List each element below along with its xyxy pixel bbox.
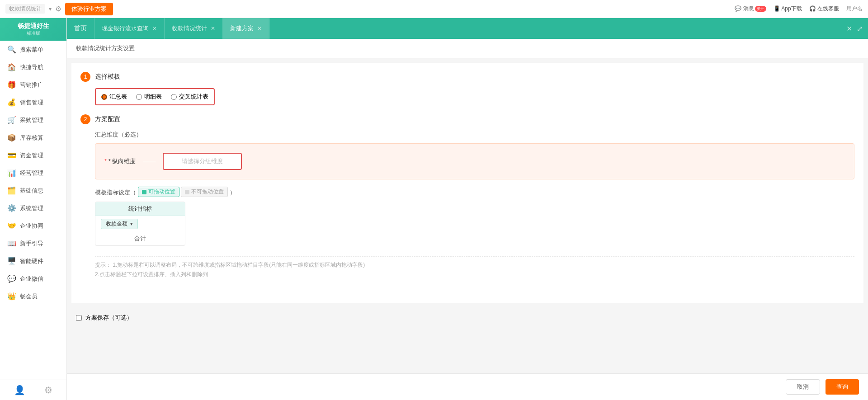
settings-icon: ⚙️ bbox=[7, 204, 16, 212]
metric-config-header: 模板指标设定（ 可拖动位置 不可拖动位置 bbox=[95, 187, 854, 197]
hint-area: 提示： 1.拖动标题栏可以调整布局，不可跨维度或指标区域拖动栏目字段(只能在同一… bbox=[95, 256, 854, 285]
search-icon: 🔍 bbox=[7, 45, 16, 54]
crown-icon: 👑 bbox=[7, 292, 16, 301]
notice-badge: 99+ bbox=[755, 6, 766, 12]
sidebar-bottom: 👤 ⚙ bbox=[0, 380, 66, 400]
metric-cell: 收款金额 ▾ bbox=[95, 216, 185, 232]
cart-icon: 🛒 bbox=[7, 116, 16, 124]
metric-dropdown-icon[interactable]: ▾ bbox=[130, 221, 133, 227]
sidebar-item-quick-nav[interactable]: 🏠 快捷导航 bbox=[0, 58, 66, 76]
page-content: 收款情况统计方案设置 1 选择模板 汇总表 bbox=[67, 39, 868, 373]
sidebar-item-wechat[interactable]: 💬 企业微信 bbox=[0, 270, 66, 287]
dimension-label: 汇总维度（必选） bbox=[95, 131, 854, 139]
dimension-placeholder[interactable]: 请选择分组维度 bbox=[163, 153, 242, 170]
sidebar-item-search-menu[interactable]: 🔍 搜索菜单 bbox=[0, 41, 66, 58]
tab-collection-stat[interactable]: 收款情况统计 ✕ bbox=[165, 18, 223, 39]
tab-bank-flow[interactable]: 现金银行流水查询 ✕ bbox=[94, 18, 165, 39]
metric-tag[interactable]: 收款金额 ▾ bbox=[101, 219, 138, 229]
sidebar-item-marketing[interactable]: 🎁 营销推广 bbox=[0, 76, 66, 94]
trial-button[interactable]: 体验行业方案 bbox=[65, 3, 113, 15]
dimension-row: * * 纵向维度 —— 请选择分组维度 bbox=[104, 153, 845, 170]
sidebar-item-system[interactable]: ⚙️ 系统管理 bbox=[0, 199, 66, 217]
sidebar-label: 系统管理 bbox=[20, 204, 43, 212]
notice-button[interactable]: 💬 消息99+ bbox=[735, 5, 766, 13]
step1-badge: 1 bbox=[80, 72, 90, 82]
draggable-badge: 可拖动位置 bbox=[138, 187, 179, 197]
card-icon: 💳 bbox=[7, 151, 16, 160]
logo-text: 畅捷通好生 bbox=[18, 22, 49, 30]
metric-sub-row: 合计 bbox=[95, 232, 185, 245]
tab-home[interactable]: 首页 bbox=[67, 18, 94, 39]
tab-collection-stat-close[interactable]: ✕ bbox=[211, 25, 215, 32]
radio-summary[interactable]: 汇总表 bbox=[101, 93, 127, 101]
radio-cross[interactable]: 交叉统计表 bbox=[171, 93, 208, 101]
hint-line-1: 提示： 1.拖动标题栏可以调整布局，不可跨维度或指标区域拖动栏目字段(只能在同一… bbox=[95, 261, 854, 269]
tab-bank-flow-close[interactable]: ✕ bbox=[152, 25, 157, 32]
monitor-icon: 🖥️ bbox=[7, 257, 16, 265]
sidebar-item-finance[interactable]: 💳 资金管理 bbox=[0, 146, 66, 164]
top-bar: 收款情况统计 ▾ ⚙ 体验行业方案 💬 消息99+ 📱 App下载 🎧 在线客服… bbox=[0, 0, 868, 18]
sidebar-label: 销售管理 bbox=[20, 99, 43, 107]
save-checkbox[interactable] bbox=[76, 315, 82, 321]
sidebar-label: 资金管理 bbox=[20, 151, 43, 160]
sidebar-label: 营销推广 bbox=[20, 81, 43, 89]
money-icon: 💰 bbox=[7, 98, 16, 107]
tab-bar: 首页 现金银行流水查询 ✕ 收款情况统计 ✕ 新建方案 ✕ ✕ ⤢ bbox=[67, 18, 868, 39]
tab-home-label: 首页 bbox=[74, 24, 87, 33]
gear-icon[interactable]: ⚙ bbox=[55, 5, 61, 13]
sidebar-item-inventory[interactable]: 📦 库存核算 bbox=[0, 129, 66, 146]
sidebar-item-guide[interactable]: 📖 新手引导 bbox=[0, 235, 66, 252]
top-bar-right: 💬 消息99+ 📱 App下载 🎧 在线客服 用户名 bbox=[735, 5, 863, 13]
sidebar-item-operations[interactable]: 📊 经营管理 bbox=[0, 164, 66, 182]
sidebar-label: 采购管理 bbox=[20, 116, 43, 124]
step2-content: 汇总维度（必选） * * 纵向维度 —— 请选择分组维度 bbox=[95, 131, 854, 285]
settings-bottom-icon[interactable]: ⚙ bbox=[44, 385, 52, 395]
radio-cross-label: 交叉统计表 bbox=[179, 93, 208, 101]
sidebar-label: 新手引导 bbox=[20, 240, 43, 248]
radio-summary-input[interactable] bbox=[101, 94, 107, 100]
query-button[interactable]: 查询 bbox=[826, 379, 859, 395]
tab-expand-icon[interactable]: ⤢ bbox=[857, 24, 863, 33]
tab-close-all-icon[interactable]: ✕ bbox=[846, 24, 852, 33]
sidebar-item-basic-info[interactable]: 🗂️ 基础信息 bbox=[0, 182, 66, 199]
cancel-button[interactable]: 取消 bbox=[786, 379, 820, 395]
sidebar-item-purchase[interactable]: 🛒 采购管理 bbox=[0, 111, 66, 129]
step1-header: 1 选择模板 bbox=[80, 72, 854, 82]
chart-icon: 📊 bbox=[7, 169, 16, 177]
tab-new-plan-close[interactable]: ✕ bbox=[257, 25, 262, 32]
sidebar-label: 库存核算 bbox=[20, 134, 43, 142]
download-button[interactable]: 📱 App下载 bbox=[774, 5, 802, 13]
home-icon: 🏠 bbox=[7, 63, 16, 71]
metric-tag-label: 收款金额 bbox=[106, 220, 127, 228]
sidebar-item-cooperation[interactable]: 🤝 企业协同 bbox=[0, 217, 66, 235]
step2-section: 2 方案配置 汇总维度（必选） * * 纵向维度 —— bbox=[80, 114, 854, 285]
sidebar: 畅捷通好生 标准版 🔍 搜索菜单 🏠 快捷导航 🎁 营销推广 💰 销售管理 🛒 … bbox=[0, 18, 67, 400]
non-draggable-badge: 不可拖动位置 bbox=[181, 187, 228, 197]
sidebar-item-sales[interactable]: 💰 销售管理 bbox=[0, 94, 66, 111]
radio-detail-input[interactable] bbox=[136, 94, 142, 100]
tab-bar-actions: ✕ ⤢ bbox=[841, 18, 868, 39]
sidebar-item-hardware[interactable]: 🖥️ 智能硬件 bbox=[0, 252, 66, 270]
folder-icon: 🗂️ bbox=[7, 186, 16, 195]
footer-bar: 取消 查询 bbox=[67, 373, 868, 400]
logo-sub: 标准版 bbox=[27, 30, 40, 37]
tab-new-plan[interactable]: 新建方案 ✕ bbox=[223, 18, 269, 39]
sidebar-logo: 畅捷通好生 标准版 bbox=[0, 18, 66, 41]
tab-bank-flow-label: 现金银行流水查询 bbox=[102, 24, 149, 33]
sidebar-label: 畅会员 bbox=[20, 292, 38, 301]
service-button[interactable]: 🎧 在线客服 bbox=[809, 5, 839, 13]
radio-detail[interactable]: 明细表 bbox=[136, 93, 162, 101]
sidebar-label: 智能硬件 bbox=[20, 257, 43, 265]
user-avatar-icon[interactable]: 👤 bbox=[14, 385, 25, 395]
metric-section-label: 统计指标 bbox=[95, 202, 185, 216]
form-area: 1 选择模板 汇总表 明细表 bbox=[71, 63, 863, 303]
handshake-icon: 🤝 bbox=[7, 221, 16, 230]
sidebar-item-member[interactable]: 👑 畅会员 bbox=[0, 287, 66, 305]
metric-table-area: 统计指标 收款金额 ▾ 合计 bbox=[95, 202, 185, 246]
template-radio-group: 汇总表 明细表 交叉统计表 bbox=[95, 88, 215, 105]
sidebar-label: 企业微信 bbox=[20, 275, 43, 283]
top-bar-left: 收款情况统计 ▾ ⚙ 体验行业方案 bbox=[5, 3, 731, 15]
radio-cross-input[interactable] bbox=[171, 94, 177, 100]
tab-collection-stat-label: 收款情况统计 bbox=[172, 24, 207, 33]
gift-icon: 🎁 bbox=[7, 80, 16, 89]
